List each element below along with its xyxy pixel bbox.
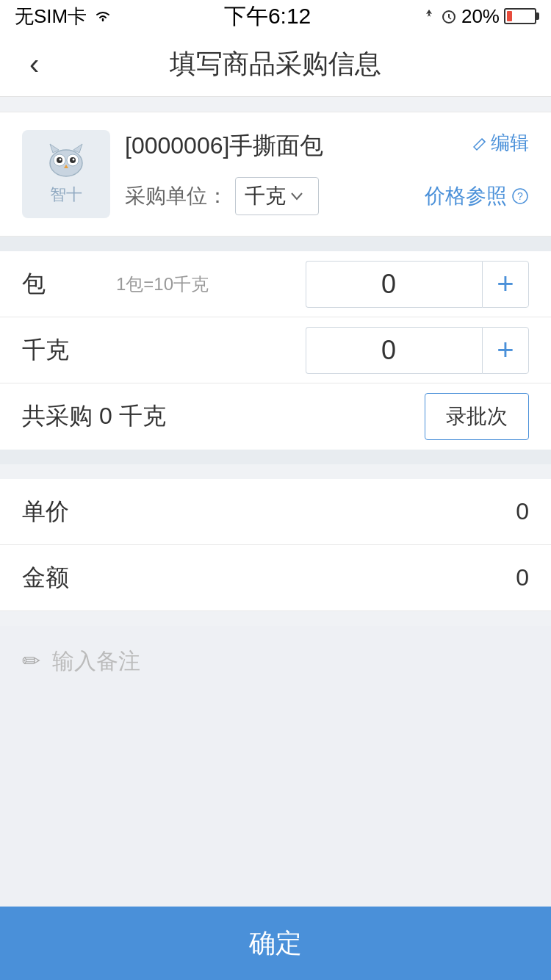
amount-row: 金额 0 [0,545,551,611]
batch-button[interactable]: 录批次 [425,393,529,440]
note-placeholder: 输入备注 [52,646,140,677]
bag-label: 包 [22,268,110,300]
product-image-subtext: 智十 [44,184,88,206]
location-icon [422,8,436,24]
unit-price-row: 单价 0 [0,479,551,545]
svg-text:?: ? [517,190,523,202]
battery-icon [504,8,536,24]
product-logo [44,143,88,184]
svg-point-9 [60,159,62,161]
product-name: [0000006]手撕面包 [125,130,323,162]
status-right: 20% [422,5,536,28]
help-icon: ? [511,187,529,205]
divider-2 [0,450,551,464]
bag-sublabel: 1包=10千克 [116,273,209,296]
bag-row: 包 1包=10千克 + [0,251,551,317]
edit-button[interactable]: 编辑 [472,130,529,156]
status-time: 下午6:12 [224,1,311,32]
pencil-icon: ✏ [22,648,40,674]
summary-text: 共采购 0 千克 [22,400,166,433]
amount-value: 0 [516,564,529,591]
confirm-label: 确定 [249,926,302,962]
summary-row: 共采购 0 千克 录批次 [0,383,551,450]
status-bar: 无SIM卡 下午6:12 20% [0,0,551,32]
note-section[interactable]: ✏ 输入备注 [0,626,551,743]
bag-input[interactable] [306,261,482,308]
edit-icon [472,135,488,151]
svg-line-3 [449,18,451,19]
page-title: 填写商品采购信息 [170,46,381,82]
chevron-down-icon [290,192,303,201]
bag-plus-button[interactable]: + [482,261,529,308]
kg-input[interactable] [306,327,482,374]
product-info: [0000006]手撕面包 编辑 采购单位： 千克 价格 [125,130,529,215]
product-card: 智十 [0000006]手撕面包 编辑 采购单位： 千克 [0,112,551,237]
product-image: 智十 [22,130,110,218]
amount-label: 金额 [22,562,69,594]
unit-price-label: 单价 [22,496,69,528]
unit-value: 千克 [245,182,286,210]
input-section: 包 1包=10千克 + 千克 + 共采购 0 千克 录批次 [0,251,551,450]
divider-1 [0,237,551,251]
confirm-button[interactable]: 确定 [0,907,551,980]
unit-price-value: 0 [516,498,529,525]
svg-line-14 [482,139,485,142]
price-ref-button[interactable]: 价格参照 ? [425,182,529,210]
kg-row: 千克 + [0,317,551,383]
wifi-icon [93,9,113,24]
kg-plus-button[interactable]: + [482,327,529,374]
alarm-icon [441,8,457,24]
battery-percent: 20% [461,5,500,28]
unit-label: 采购单位： [125,182,228,210]
sim-label: 无SIM卡 [15,4,87,29]
bottom-space [0,743,551,920]
status-left: 无SIM卡 [15,4,113,29]
kg-label: 千克 [22,334,110,367]
svg-point-10 [73,159,75,161]
back-button[interactable]: ‹ [22,40,46,88]
price-section: 单价 0 金额 0 [0,479,551,611]
unit-select[interactable]: 千克 [235,177,319,215]
nav-bar: ‹ 填写商品采购信息 [0,32,551,97]
